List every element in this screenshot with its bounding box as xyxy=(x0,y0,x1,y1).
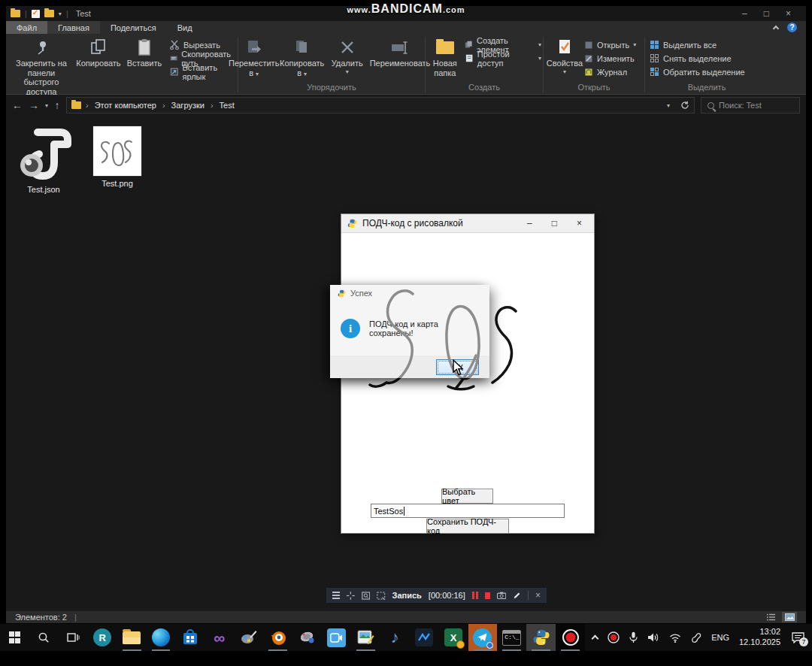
taskbar-search-button[interactable] xyxy=(29,624,59,651)
photos-app-icon xyxy=(356,628,374,646)
taskbar-telegram[interactable] xyxy=(468,624,498,651)
start-button[interactable] xyxy=(0,624,29,651)
taskbar-app-r[interactable]: R xyxy=(88,624,117,651)
python-icon xyxy=(532,628,550,646)
task-view-button[interactable] xyxy=(59,624,88,651)
bandicam-record-icon xyxy=(561,628,580,647)
microsoft-store-icon xyxy=(181,628,199,646)
taskbar-blender[interactable] xyxy=(263,624,292,651)
info-icon: i xyxy=(341,319,360,338)
task-view-icon xyxy=(67,632,80,643)
taskbar-terminal[interactable]: C:\_ xyxy=(497,624,526,651)
taskbar-file-explorer[interactable] xyxy=(117,624,147,651)
taskbar-music-app[interactable]: ♪ xyxy=(380,624,410,651)
taskbar-excel-app[interactable]: X xyxy=(439,624,468,651)
language-indicator[interactable]: ENG xyxy=(711,633,729,642)
edge-browser-icon xyxy=(152,628,170,646)
dark-blue-app-icon xyxy=(415,628,433,646)
file-explorer-icon xyxy=(123,631,141,644)
tray-recording-icon[interactable] xyxy=(607,631,620,643)
dialog-title: Успех xyxy=(350,289,372,298)
system-tray: ENG 13:02 12.10.2025 7 xyxy=(585,624,812,651)
taskbar-paint-app[interactable] xyxy=(234,624,263,651)
notification-center-button[interactable]: 7 xyxy=(792,632,804,643)
success-dialog-titlebar: Успех xyxy=(330,285,489,301)
desktop: | ▾ | Test – □ × Файл Главная Поделиться… xyxy=(0,0,812,666)
taskbar-edge[interactable] xyxy=(147,624,176,651)
search-icon xyxy=(38,631,50,643)
audio-jack-icon[interactable] xyxy=(691,632,701,643)
taskbar-bandicam-recording[interactable] xyxy=(556,624,585,651)
network-icon[interactable] xyxy=(669,633,681,643)
clock-time: 13:02 xyxy=(760,627,781,636)
blender-icon xyxy=(269,628,287,646)
tray-expand-chevron-icon[interactable] xyxy=(592,635,599,643)
mouse-cursor xyxy=(453,359,466,377)
clock-date: 12.10.2025 xyxy=(739,637,780,646)
taskbar-media-app[interactable] xyxy=(292,624,322,651)
speaker-icon[interactable] xyxy=(647,632,659,643)
visual-studio-icon: ∞ xyxy=(214,630,225,646)
dialog-message: ПОДЧ-код и карта сохранены! xyxy=(369,319,479,338)
excel-app-icon: X xyxy=(444,628,462,646)
taskbar-visual-studio[interactable]: ∞ xyxy=(205,624,234,651)
windows-logo-icon xyxy=(9,631,21,643)
media-app-icon xyxy=(298,628,317,646)
taskbar-clock[interactable]: 13:02 12.10.2025 xyxy=(739,627,782,648)
taskbar-python-app[interactable] xyxy=(526,624,556,651)
notification-count-badge: 7 xyxy=(799,637,808,646)
paint-app-icon xyxy=(240,628,258,646)
telegram-icon xyxy=(473,628,492,647)
r-app-icon: R xyxy=(93,628,111,646)
python-feather-icon xyxy=(338,289,346,298)
microphone-icon[interactable] xyxy=(629,631,638,643)
taskbar-photos-app[interactable] xyxy=(351,624,380,651)
taskbar: R ∞ ♪ X xyxy=(0,624,812,651)
taskbar-store[interactable] xyxy=(175,624,205,651)
camera-app-icon xyxy=(327,628,346,647)
taskbar-camera-app[interactable] xyxy=(322,624,351,651)
taskbar-dark-blue-app[interactable] xyxy=(410,624,439,651)
music-app-icon: ♪ xyxy=(391,629,399,646)
terminal-icon: C:\_ xyxy=(502,630,521,646)
